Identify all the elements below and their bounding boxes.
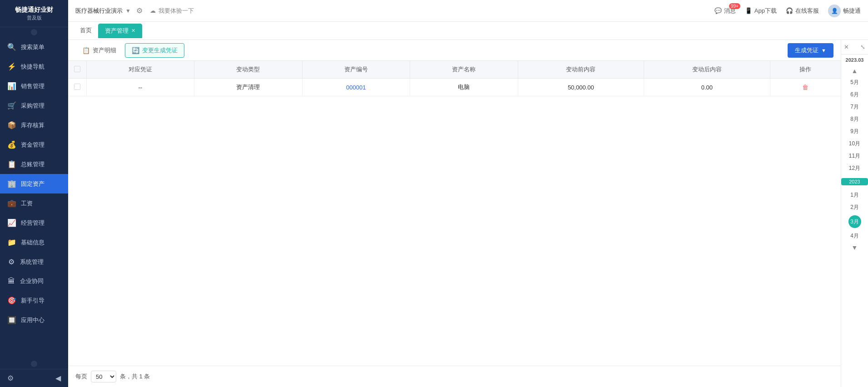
change-voucher-tab[interactable]: 🔄 变更生成凭证 [125,43,184,58]
sidebar-item-label: 企业协同 [20,277,44,285]
table-footer: 每页 50 100 200 条，共 1 条 [68,366,841,387]
timeline-month-6[interactable]: 6月 [841,89,868,101]
table-row: -- 资产清理 000001 电脑 [68,79,841,96]
sidebar-item-label: 销售管理 [21,82,45,90]
header-after-change: 变动后内容 [644,61,770,79]
timeline-up-button[interactable]: ▲ [841,65,868,76]
timeline-month-3-active[interactable]: 3月 [848,215,861,228]
timeline-month-2[interactable]: 2月 [841,201,868,213]
sidebar-item-label: 经营管理 [21,219,45,227]
sidebar-item-guide[interactable]: 🎯 新手引导 [0,291,68,310]
page-size-prefix: 每页 [75,372,87,381]
sidebar-item-quick-nav[interactable]: ⚡ 快捷导航 [0,57,68,76]
close-right-panel-icon[interactable]: ✕ [844,44,849,50]
timeline-month-4[interactable]: 4月 [841,230,868,242]
generate-chevron-icon: ▼ [821,48,826,53]
sidebar-item-system[interactable]: ⚙ 系统管理 [0,252,68,272]
sidebar-item-label: 库存核算 [21,121,45,129]
sidebar-item-purchase[interactable]: 🛒 采购管理 [0,96,68,115]
settings-bottom-icon[interactable]: ⚙ [7,374,14,382]
timeline-month-10[interactable]: 10月 [841,138,868,150]
page-size-select[interactable]: 50 100 200 [91,371,116,382]
cloud-icon: ☁ [150,7,156,14]
sidebar-item-enterprise[interactable]: 🏛 企业协同 [0,272,68,291]
sub-tabs: 📋 资产明细 🔄 变更生成凭证 生成凭证 ▼ [68,40,841,61]
company-selector[interactable]: 医疗器械行业演示 ▼ [75,7,131,15]
expand-right-panel-icon[interactable]: ⤡ [860,44,865,50]
messages-button[interactable]: 💬 消息 99+ [714,7,736,15]
sidebar-item-ledger[interactable]: 📋 总账管理 [0,154,68,174]
payroll-icon: 💼 [7,199,16,208]
quick-nav-icon: ⚡ [7,62,16,71]
operations-icon: 📈 [7,218,16,227]
logo-text: 畅捷通好业财 [15,5,53,14]
generate-label: 生成凭证 [795,46,818,55]
year-badge-2023[interactable]: 2023 [841,178,868,185]
sidebar-scroll-up[interactable] [31,29,37,35]
purchase-icon: 🛒 [7,101,16,110]
timeline-month-5[interactable]: 5月 [841,76,868,89]
user-profile[interactable]: 👤 畅捷通 [828,5,861,17]
generate-voucher-button[interactable]: 生成凭证 ▼ [788,43,833,58]
ledger-icon: 📋 [7,160,16,169]
sidebar-item-label: 系统管理 [20,258,44,266]
sidebar-item-app-center[interactable]: 🔲 应用中心 [0,310,68,330]
fixed-assets-icon: 🏢 [7,179,16,188]
message-icon: 💬 [714,7,722,14]
row-checkbox-cell [68,79,86,96]
timeline-month-9[interactable]: 9月 [841,125,868,138]
avatar: 👤 [828,5,841,17]
timeline-month-7[interactable]: 7月 [841,101,868,113]
header-change-type: 变动类型 [194,61,303,79]
message-badge: 99+ [729,3,740,9]
timeline-month-11[interactable]: 11月 [841,150,868,162]
sidebar-item-funds[interactable]: 💰 资金管理 [0,135,68,154]
timeline-down-button[interactable]: ▼ [841,242,868,253]
tab-label: 资产管理 [105,27,129,35]
cell-after-change: 0.00 [644,79,770,96]
right-panel-header: ✕ ⤡ [841,44,868,55]
customer-service-label: 在线客服 [795,7,819,15]
timeline-month-8[interactable]: 8月 [841,113,868,125]
sidebar-scroll-down[interactable] [31,361,37,367]
sidebar-item-basic-info[interactable]: 📁 基础信息 [0,233,68,252]
system-icon: ⚙ [7,258,15,266]
sidebar-item-search[interactable]: 🔍 搜索菜单 [0,37,68,57]
app-download-label: App下载 [754,7,777,15]
sidebar-item-operations[interactable]: 📈 经营管理 [0,213,68,233]
sidebar-item-label: 基础信息 [21,238,45,247]
row-checkbox[interactable] [74,84,80,90]
detail-tab-icon: 📋 [82,47,90,54]
sales-icon: 📊 [7,82,16,90]
table-header-row: 对应凭证 变动类型 资产编号 资产名称 [68,61,841,79]
asset-management-tab[interactable]: 资产管理 ✕ [98,24,142,38]
header-action: 操作 [770,61,841,79]
sidebar-item-inventory[interactable]: 📦 库存核算 [0,115,68,135]
sidebar-item-sales[interactable]: 📊 销售管理 [0,76,68,96]
customer-service-button[interactable]: 🎧 在线客服 [786,7,819,15]
sidebar-item-payroll[interactable]: 💼 工资 [0,194,68,213]
asset-detail-tab[interactable]: 📋 资产明细 [75,43,123,58]
right-panel-year: 2023.03 [841,55,868,65]
asset-detail-label: 资产明细 [93,46,116,55]
sidebar-item-label: 采购管理 [21,102,45,110]
sidebar-item-label: 工资 [21,199,33,208]
header-asset-name: 资产名称 [410,61,518,79]
header-checkbox-cell [68,61,86,79]
sidebar-item-fixed-assets[interactable]: 🏢 固定资产 [0,174,68,194]
delete-row-button[interactable]: 🗑 [802,84,808,91]
sub-tabs-left: 📋 资产明细 🔄 变更生成凭证 [75,43,184,58]
experience-button[interactable]: ☁ 我要体验一下 [150,7,194,15]
nav-tabs: 首页 资产管理 ✕ [68,22,868,40]
headset-icon: 🎧 [786,7,793,14]
select-all-checkbox[interactable] [74,66,80,72]
timeline-month-12[interactable]: 12月 [841,162,868,174]
collapse-icon[interactable]: ◀ [55,374,61,382]
home-tab[interactable]: 首页 [75,24,96,38]
timeline-month-1[interactable]: 1月 [841,189,868,201]
tab-close-icon[interactable]: ✕ [131,28,135,34]
topbar-settings-icon[interactable]: ⚙ [136,6,143,15]
table-container: 对应凭证 变动类型 资产编号 资产名称 [68,61,841,366]
app-download-button[interactable]: 📱 App下载 [745,7,777,15]
company-chevron-icon: ▼ [125,8,131,14]
